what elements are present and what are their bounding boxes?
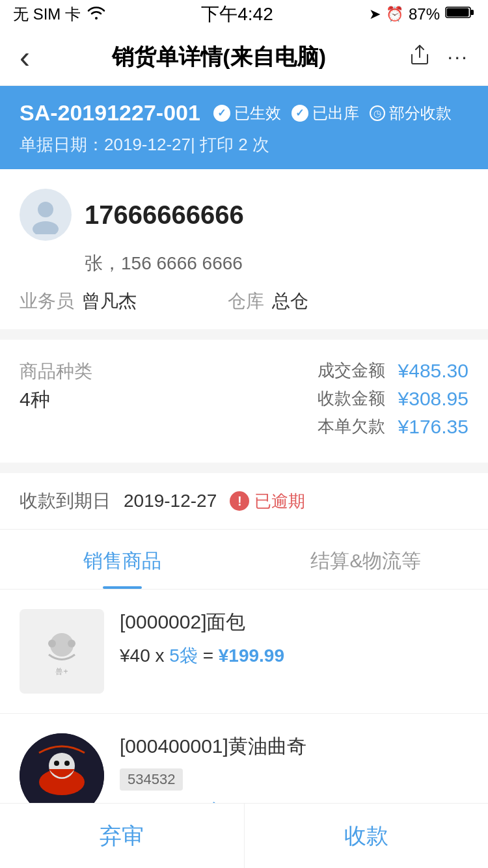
status-bar: 无 SIM 卡 下午4:42 ➤ ⏰ 87% [0,0,488,29]
overdue-text: 已逾期 [254,490,305,513]
order-id: SA-20191227-001 [20,100,200,126]
sales-name: 曾凡杰 [82,289,137,314]
product-type-stats: 商品种类 4种 [20,359,92,413]
due-date-value: 2019-12-27 [124,491,217,511]
warehouse-label: 仓库 [228,289,264,314]
svg-text:兽+: 兽+ [55,667,68,676]
product-name-2: [000400001]黄油曲奇 [120,733,468,760]
amount-value: ¥485.30 [398,360,468,382]
product-price-1: ¥40 x 5袋 = ¥199.99 [120,644,468,668]
tabs-section: 销售商品 结算&物流等 [0,530,488,590]
nav-right: ··· [408,43,468,71]
nav-bar: ‹ 销货单详情(来自电脑) ··· [0,29,488,86]
received-row: 收款金额 ¥308.95 [318,387,468,410]
tab-sales-products[interactable]: 销售商品 [0,530,244,589]
bottom-bar: 弃审 收款 [0,803,488,868]
status-shipped: ✓ 已出库 [291,103,359,124]
product-type-label: 商品种类 [20,359,92,384]
check-effective-icon: ✓ [213,105,230,122]
back-button[interactable]: ‹ [20,39,30,75]
time-display: 下午4:42 [201,2,273,27]
received-value: ¥308.95 [398,388,468,410]
overdue-icon: ! [230,491,249,511]
svg-point-3 [38,202,53,217]
customer-name-phone: 张，156 6666 6666 [20,251,468,276]
status-right: ➤ ⏰ 87% [369,5,475,23]
due-date-section: 收款到期日 2019-12-27 ! 已逾期 [0,473,488,530]
svg-point-4 [33,221,59,234]
overdue-badge: ! 已逾期 [230,490,305,513]
nav-left: ‹ [20,39,30,75]
product-badge-2: 534532 [120,768,183,791]
svg-rect-2 [447,8,469,17]
svg-point-12 [54,761,59,766]
financial-stats: 成交金额 ¥485.30 收款金额 ¥308.95 本单欠款 ¥176.35 [318,359,468,443]
customer-meta: 业务员 曾凡杰 仓库 总仓 [20,289,468,314]
more-button[interactable]: ··· [447,45,468,69]
svg-point-7 [68,640,75,647]
status-effective: ✓ 已生效 [213,103,281,124]
product-type-count: 4种 [20,387,50,413]
order-header: SA-20191227-001 ✓ 已生效 ✓ 已出库 ◷ 部分收款 单据日期：… [0,86,488,169]
amount-label: 成交金额 [318,359,385,382]
svg-point-6 [48,640,56,647]
customer-section: 17666666666 张，156 6666 6666 业务员 曾凡杰 仓库 总… [0,169,488,329]
sales-label: 业务员 [20,289,74,314]
warehouse-meta: 仓库 总仓 [228,289,308,314]
customer-phone: 17666666666 [85,200,244,230]
status-partial-payment: ◷ 部分收款 [370,103,452,124]
received-label: 收款金额 [318,387,385,410]
tab-settlement[interactable]: 结算&物流等 [244,530,488,589]
tabs-header: 销售商品 结算&物流等 [0,530,488,590]
stats-section: 商品种类 4种 成交金额 ¥485.30 收款金额 ¥308.95 本单欠款 ¥… [0,340,488,463]
sales-meta: 业务员 曾凡杰 [20,289,137,314]
customer-avatar [20,189,72,241]
order-date: 单据日期：2019-12-27| 打印 2 次 [20,133,468,156]
carrier-text: 无 SIM 卡 [13,4,81,25]
product-thumbnail-1: 兽+ [20,609,104,694]
collect-payment-button[interactable]: 收款 [245,804,489,868]
battery-text: 87% [409,5,440,23]
nav-title: 销货单详情(来自电脑) [112,42,326,72]
location-icon: ➤ [369,6,381,23]
svg-point-13 [64,761,70,766]
clock-payment-icon: ◷ [370,105,385,121]
share-button[interactable] [408,43,431,71]
product-item: 兽+ [0000002]面包 ¥40 x 5袋 = ¥199.99 [0,590,488,714]
debt-value: ¥176.35 [398,416,468,438]
svg-rect-1 [470,10,474,15]
alarm-icon: ⏰ [386,6,403,23]
product-name-1: [0000002]面包 [120,609,468,636]
debt-row: 本单欠款 ¥176.35 [318,415,468,438]
product-info-1: [0000002]面包 ¥40 x 5袋 = ¥199.99 [120,609,468,668]
status-left: 无 SIM 卡 [13,4,105,25]
wifi-icon [87,5,105,23]
debt-label: 本单欠款 [318,415,385,438]
due-label: 收款到期日 [20,489,111,513]
status-tags: ✓ 已生效 ✓ 已出库 ◷ 部分收款 [213,103,452,124]
amount-row: 成交金额 ¥485.30 [318,359,468,382]
cancel-review-button[interactable]: 弃审 [0,804,245,868]
warehouse-name: 总仓 [272,289,308,314]
check-shipped-icon: ✓ [291,105,308,122]
battery-icon [445,5,475,23]
